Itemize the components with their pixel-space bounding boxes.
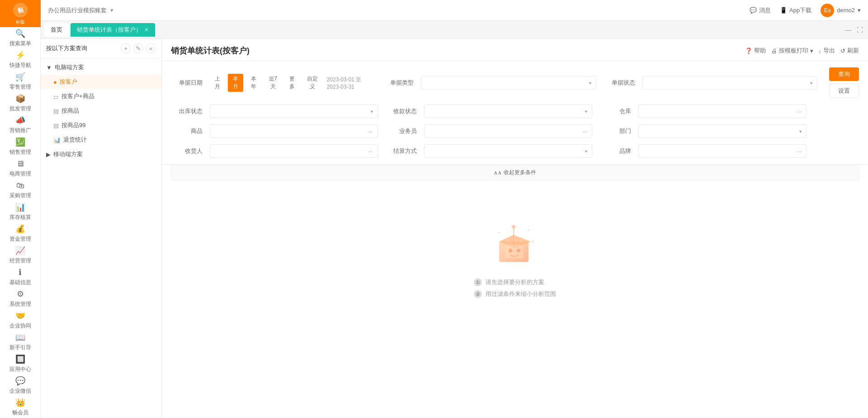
doc-type-label: 单据类型 [382,79,414,87]
print-button[interactable]: 🖨 按模板打印 ▾ [771,47,813,55]
sidebar-item-search[interactable]: 🔍 搜索菜单 [0,27,40,49]
brand-select[interactable]: ··· [638,144,807,158]
tab-sales-stats[interactable]: 销货单统计表（按客户） ✕ [71,23,155,37]
sidebar-item-label: 资金管理 [9,235,31,243]
mobile-group-header[interactable]: ▶ 移动端方案 [41,147,161,162]
window-maximize-button[interactable]: ⛶ [855,25,864,34]
scheme-by-customer-product[interactable]: ⚏ 按客户+商品 [41,89,161,104]
scheme-by-product[interactable]: ▤ 按商品 [41,104,161,118]
app-download-label: App下载 [789,6,811,14]
export-button[interactable]: ↓ 导出 [819,47,835,55]
sidebar-item-wholesale[interactable]: 📦 批发管理 [0,92,40,114]
sidebar-item-label: 销售管理 [9,148,31,156]
filter-section: 单据日期 上月 本月 本年 近7天 更多 自定义 2023-03-01 至 20… [162,61,868,165]
sidebar-item-label: 应用中心 [9,366,31,373]
username: demo2 [837,7,855,14]
hint-text-1: 请先选择要分析的方案 [486,278,544,286]
doc-type-select[interactable]: ▾ [421,76,596,90]
empty-state: ① 请先选择要分析的方案 ② 用过滤条件来缩小分析范围 [162,180,868,334]
help-button[interactable]: ❓ 帮助 [745,47,766,55]
refresh-button[interactable]: ↺ 刷新 [840,47,859,55]
collapse-panel-button[interactable]: « [146,43,156,53]
page-header: 销货单统计表(按客户) ❓ 帮助 🖨 按模板打印 ▾ ↓ 导出 [162,39,868,61]
breadcrumb-dropdown-icon[interactable]: ▾ [110,7,113,14]
message-button[interactable]: 💬 消息 [750,6,771,14]
sidebar-item-system[interactable]: ⚙ 系统管理 [0,288,40,309]
sidebar-item-label: 零售管理 [9,83,31,91]
query-btn-group: 查询 设置 [829,67,859,98]
page-title: 销货单统计表(按客户) [171,45,250,56]
payment-status-select[interactable]: ▾ [424,104,592,118]
svg-point-10 [528,229,529,231]
sidebar-item-enterprise[interactable]: 🤝 企业协同 [0,309,40,331]
sidebar-item-sales[interactable]: 💹 销售管理 [0,136,40,157]
desktop-group-collapse-icon: ▼ [46,64,52,71]
left-panel-title: 按以下方案查询 [46,44,87,52]
sidebar-item-label: 系统管理 [9,300,31,308]
sidebar-item-operations[interactable]: 📈 经营管理 [0,244,40,266]
sidebar-item-member[interactable]: 👑 畅会员 [0,396,40,418]
print-icon: 🖨 [771,48,777,54]
scheme-by-product-99[interactable]: ▤ 按商品99 [41,118,161,133]
doc-status-select[interactable]: ▾ [642,76,817,90]
last-7-days-btn[interactable]: 近7天 [264,74,282,92]
svg-text:畅: 畅 [17,7,23,14]
app-download-button[interactable]: 📱 App下载 [780,6,811,14]
desktop-group-header[interactable]: ▼ 电脑端方案 [41,60,161,75]
collapse-more-btn[interactable]: ∧∧ 收起更多条件 [171,165,859,180]
sidebar-item-retail[interactable]: 🛒 零售管理 [0,71,40,92]
brand-dots[interactable]: ··· [797,148,802,155]
salesperson-select[interactable]: ··· [424,124,592,138]
last-month-btn[interactable]: 上月 [210,74,225,92]
user-menu[interactable]: Ea demo2 ▾ [821,4,861,17]
sidebar-item-basic[interactable]: ℹ 基础信息 [0,266,40,288]
edit-scheme-button[interactable]: ✎ [133,43,143,53]
main-area: 办公用品行业模拟账套 ▾ 💬 消息 📱 App下载 Ea demo2 ▾ 首 [41,0,868,418]
scheme-by-customer[interactable]: ● 按客户 [41,75,161,89]
warehouse-select[interactable]: ··· [638,104,807,118]
payment-method-select[interactable]: ▾ [424,144,592,158]
print-dropdown-icon: ▾ [810,48,813,54]
department-select[interactable]: ▾ [638,124,807,138]
out-status-select[interactable]: ▾ [210,104,378,118]
receiver-dots[interactable]: ··· [368,148,373,155]
sidebar: 畅 标版 🔍 搜索菜单 ⚡ 快捷导航 🛒 零售管理 📦 批发管理 📣 营销推广 … [0,0,41,418]
mobile-group-label: 移动端方案 [53,150,83,158]
sidebar-item-finance[interactable]: 💰 资金管理 [0,223,40,244]
filter-row-4: 收货人 ··· 结算方式 ▾ 品牌 ··· [171,144,859,158]
sidebar-item-marketing[interactable]: 📣 营销推广 [0,114,40,136]
sidebar-item-apps[interactable]: 🔲 应用中心 [0,353,40,375]
receiver-select[interactable]: ··· [210,144,378,158]
guide-icon: 📖 [15,332,25,342]
scheme-return-stats[interactable]: 📊 退货统计 [41,133,161,147]
sidebar-item-quick-nav[interactable]: ⚡ 快捷导航 [0,49,40,71]
logo-icon: 畅 [12,2,28,18]
sidebar-item-guide[interactable]: 📖 新手引导 [0,331,40,353]
sidebar-item-inventory[interactable]: 📊 库存核算 [0,201,40,223]
by-customer-label: 按客户 [60,78,77,86]
tab-close-icon[interactable]: ✕ [144,27,149,33]
product-select[interactable]: ··· [210,124,378,138]
more-btn[interactable]: 更多 [284,74,300,92]
warehouse-dots[interactable]: ··· [797,108,802,115]
this-year-btn[interactable]: 本年 [246,74,261,92]
salesperson-dots[interactable]: ··· [582,128,587,135]
add-scheme-button[interactable]: + [121,43,131,53]
custom-btn[interactable]: 自定义 [303,74,322,92]
product-dots[interactable]: ··· [368,128,373,135]
collapse-up-icon: ∧∧ [494,170,502,176]
query-button[interactable]: 查询 [829,67,859,81]
sidebar-item-wechat[interactable]: 💬 企业微信 [0,375,40,396]
purchase-icon: 🛍 [16,181,24,190]
sidebar-item-purchase[interactable]: 🛍 采购管理 [0,179,40,201]
this-month-btn[interactable]: 本月 [228,74,243,92]
settings-button[interactable]: 设置 [829,84,859,98]
tab-home[interactable]: 首页 [44,23,69,37]
message-icon: 💬 [750,7,757,14]
sidebar-item-ecommerce[interactable]: 🖥 电商管理 [0,157,40,179]
brand-label: 品牌 [599,147,631,155]
sidebar-item-label: 基础信息 [9,279,31,286]
payment-status-label: 收款状态 [385,107,417,115]
window-minimize-button[interactable]: — [844,25,853,34]
header-left: 办公用品行业模拟账套 ▾ [48,6,113,14]
